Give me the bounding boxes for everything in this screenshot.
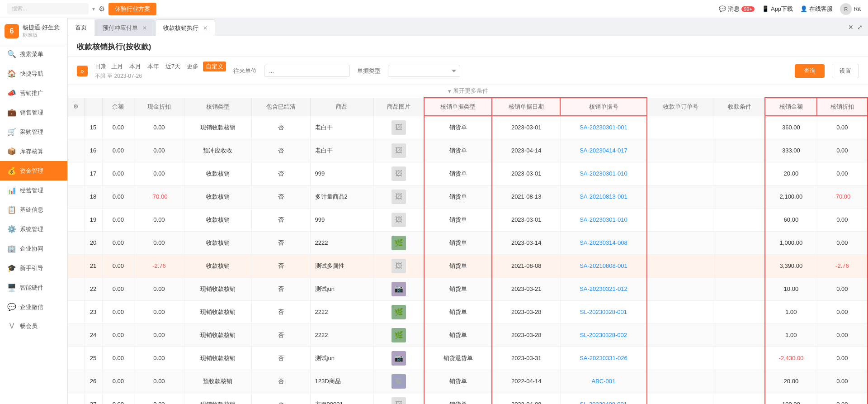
cell-verify-amount: 1,000.00 [765, 231, 817, 254]
date-range-display: 不限 至 2023-07-26 [95, 72, 226, 80]
search-placeholder[interactable]: 搜索... [7, 3, 89, 14]
sidebar-item-inventory[interactable]: 📦 库存核算 [0, 142, 67, 161]
expand-more-btn[interactable]: ▾ 展开更多条件 [448, 87, 488, 95]
cell-verify-bill-type: 销货单 [424, 208, 492, 231]
cell-receipt-order [647, 185, 715, 208]
sidebar-item-basic[interactable]: 📋 基础信息 [0, 200, 67, 219]
filter-settings-btn[interactable]: 设置 [832, 64, 859, 78]
bill-no-link[interactable]: SA-20210813-001 [580, 193, 627, 200]
cell-cash-discount: 0.00 [134, 347, 184, 370]
tab-close-all-btn[interactable]: ✕ [848, 24, 854, 31]
bill-no-link[interactable]: SA-20230331-026 [580, 355, 627, 361]
tab-expand-btn[interactable]: ⤢ [857, 24, 863, 31]
cell-verify-bill-date: 2021-08-13 [492, 185, 560, 208]
cell-goods-img: 🖼 [374, 116, 424, 139]
cell-goods: 老白干 [310, 139, 374, 162]
cell-verify-bill-date: 2023-03-01 [492, 116, 560, 139]
cell-balance: 0.00 [102, 162, 134, 185]
cell-verify-amount: 1.00 [765, 300, 817, 323]
sidebar-item-marketing[interactable]: 📣 营销推广 [0, 83, 67, 103]
sidebar-item-system[interactable]: ⚙️ 系统管理 [0, 219, 67, 239]
user-item[interactable]: R Rit [840, 3, 861, 15]
sidebar-item-quick[interactable]: 🏠 快捷导航 [0, 64, 67, 83]
tab-receipt-close[interactable]: ✕ [203, 25, 208, 31]
sidebar-item-wechat[interactable]: 💬 企业微信 [0, 297, 67, 317]
date-more[interactable]: 更多 [185, 62, 200, 71]
col-cash-discount: 现金折扣 [134, 98, 184, 116]
cell-balance: 0.00 [102, 254, 134, 277]
bill-no-link[interactable]: SA-20230301-001 [580, 124, 627, 131]
guide-icon: 🎓 [7, 264, 16, 272]
bill-no-link[interactable]: ABC-001 [592, 378, 616, 385]
sidebar-item-purchase[interactable]: 🛒 采购管理 [0, 122, 67, 142]
order-type-select[interactable]: 销货单 销货退货单 [388, 65, 460, 77]
online-service-item[interactable]: 👤 在线客服 [800, 5, 833, 13]
bill-no-link[interactable]: SL-20230328-002 [580, 332, 627, 338]
expand-label: 展开更多条件 [453, 87, 488, 95]
bill-no-link[interactable]: SA-20230301-010 [580, 170, 627, 177]
sidebar-item-hardware[interactable]: 🖥️ 智能硬件 [0, 278, 67, 297]
sidebar-item-company[interactable]: 🏢 企业协同 [0, 239, 67, 258]
sidebar-label-hardware: 智能硬件 [20, 284, 43, 292]
cell-verify-type: 现销收款核销 [184, 277, 251, 300]
sidebar-item-search[interactable]: 🔍 搜索菜单 [0, 44, 67, 64]
cell-receipt-cond [715, 300, 765, 323]
sidebar-item-finance[interactable]: 💰 资金管理 [0, 161, 67, 181]
tab-prepay[interactable]: 预付冲应付单 ✕ [95, 19, 155, 36]
bill-no-link[interactable]: SA-20230414-017 [580, 147, 627, 154]
bill-no-link[interactable]: SA-20230321-012 [580, 285, 627, 292]
hardware-icon: 🖥️ [7, 283, 16, 292]
sidebar-item-sales[interactable]: 💼 销售管理 [0, 103, 67, 122]
cell-settings [68, 231, 84, 254]
bill-no-link[interactable]: SL-20230408-001 [580, 401, 627, 404]
sidebar-item-vip[interactable]: V 畅会员 [0, 317, 67, 336]
cell-include-settled: 否 [251, 185, 310, 208]
tab-prepay-close[interactable]: ✕ [142, 25, 147, 31]
app-download-item[interactable]: 📱 App下载 [762, 5, 793, 13]
cell-verify-bill-no: SA-20230301-001 [560, 116, 647, 139]
date-this-month[interactable]: 本月 [127, 62, 143, 71]
sidebar-item-guide[interactable]: 🎓 新手引导 [0, 258, 67, 278]
cell-balance: 0.00 [102, 370, 134, 393]
cell-settings [68, 347, 84, 370]
date-this-year[interactable]: 本年 [146, 62, 161, 71]
sidebar-label-operation: 经营管理 [20, 186, 43, 195]
cell-verify-bill-type: 销货单 [424, 231, 492, 254]
cell-verify-bill-date: 2023-03-21 [492, 277, 560, 300]
cell-verify-bill-type: 销货单 [424, 277, 492, 300]
sidebar-label-company: 企业协同 [20, 245, 43, 253]
date-7days[interactable]: 近7天 [164, 62, 182, 71]
cell-goods: 测试jun [310, 347, 374, 370]
bill-no-link[interactable]: SA-20230301-010 [580, 216, 627, 223]
cell-balance: 0.00 [102, 300, 134, 323]
cell-verify-bill-no: SA-20230414-017 [560, 139, 647, 162]
bill-no-link[interactable]: SA-20230314-008 [580, 239, 627, 246]
counterpart-input[interactable] [264, 65, 350, 77]
vip-icon: V [7, 322, 16, 330]
cell-goods: 多计量商品2 [310, 185, 374, 208]
tab-home[interactable]: 首页 [68, 19, 94, 36]
cell-verify-type: 收款核销 [184, 208, 251, 231]
message-icon: 💬 [719, 5, 726, 12]
settings-icon[interactable]: ⚙ [99, 5, 105, 13]
date-prev-month[interactable]: 上月 [109, 62, 125, 71]
table-row: 17 0.00 0.00 收款核销 否 999 🖼 销货单 2023-03-01… [68, 162, 868, 185]
industry-btn[interactable]: 休验行业方案 [108, 3, 156, 15]
bill-no-link[interactable]: SA-20210808-001 [580, 262, 627, 269]
query-btn[interactable]: 查询 [795, 64, 825, 78]
message-item[interactable]: 💬 消息 99+ [719, 5, 755, 13]
cell-verify-bill-date: 2023-03-01 [492, 208, 560, 231]
date-custom[interactable]: 自定义 [203, 62, 226, 71]
cell-verify-bill-type: 销货单 [424, 300, 492, 323]
goods-image: 🖼 [392, 120, 406, 135]
col-settings[interactable]: ⚙ [68, 98, 84, 116]
cell-receipt-cond [715, 347, 765, 370]
cell-verify-type: 收款核销 [184, 162, 251, 185]
logo-text: 畅捷通·好生意 [23, 24, 60, 32]
cell-verify-bill-no: SA-20230301-010 [560, 162, 647, 185]
bill-no-link[interactable]: SL-20230328-001 [580, 309, 627, 315]
tab-receipt[interactable]: 收款核销执行 ✕ [156, 19, 215, 36]
sidebar-item-operation[interactable]: 📊 经营管理 [0, 181, 67, 200]
filter-toggle-btn[interactable]: » [77, 66, 88, 76]
col-balance: 余额 [102, 98, 134, 116]
